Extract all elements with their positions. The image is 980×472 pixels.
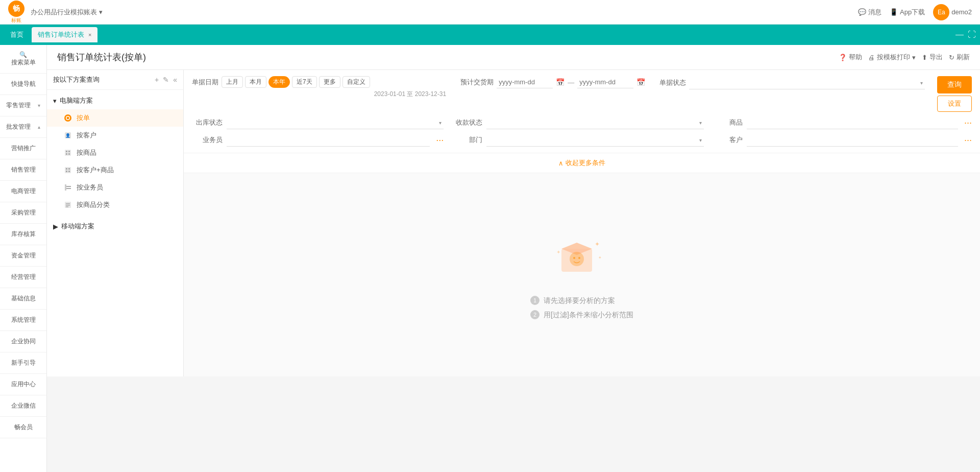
sidebar-item-wechat[interactable]: 企业微信 [0,395,46,417]
query-button[interactable]: 查询 [937,76,972,93]
svg-rect-8 [66,153,67,155]
empty-tip-1: 1 请先选择要分析的方案 [530,293,633,308]
expected-date-start[interactable] [497,76,553,88]
window-minimize-btn[interactable]: — [955,30,964,39]
print-dropdown-icon: ▾ [912,54,916,61]
svg-rect-19 [66,203,70,204]
scheme-group-mobile-header[interactable]: ▶ 移动端方案 [47,218,183,235]
message-btn[interactable]: 💬 消息 [858,8,881,17]
expected-date-end[interactable] [577,76,633,88]
expected-date-end-icon[interactable]: 📅 [636,78,645,86]
department-select[interactable] [486,133,703,147]
sidebar-item-marketing[interactable]: 营销推广 [0,138,46,159]
date-btn-this-month[interactable]: 本月 [245,76,266,88]
sidebar-item-purchase[interactable]: 采购管理 [0,202,46,224]
user-area[interactable]: Ea demo2 [933,4,972,20]
sidebar-item-ecommerce[interactable]: 电商管理 [0,181,46,202]
date-btn-custom[interactable]: 自定义 [342,76,370,88]
salesperson-group: 业务员 ··· [192,133,452,147]
department-label: 部门 [452,135,482,145]
sidebar-item-operation[interactable]: 经营管理 [0,267,46,288]
help-btn[interactable]: ❓ 帮助 [839,53,862,62]
goods-group: 商品 ··· [712,116,972,129]
payment-status-group: 收款状态 ▾ [452,116,712,129]
svg-text:✦: ✦ [598,255,602,260]
date-btn-more[interactable]: 更多 [319,76,340,88]
scheme-item-by-customer-goods[interactable]: 按客户+商品 [47,161,183,179]
sidebar-item-inventory[interactable]: 库存核算 [0,224,46,245]
empty-illustration: ✦ ✦ ✦ [551,228,612,281]
scheme-item-icon-order [63,113,72,123]
expected-date-start-icon[interactable]: 📅 [556,78,565,86]
svg-rect-13 [66,171,67,172]
scheme-collapse-btn[interactable]: « [173,76,177,84]
sidebar-item-cooperation[interactable]: 企业协同 [0,331,46,352]
scheme-add-btn[interactable]: + [155,76,159,84]
svg-point-24 [573,257,575,259]
salesperson-more-btn[interactable]: ··· [436,135,444,145]
scheme-item-by-customer[interactable]: 👤 按客户 [47,127,183,144]
app-title[interactable]: 办公用品行业模拟账表 ▾ [31,8,103,17]
collapse-bar[interactable]: ∧ 收起更多条件 [184,153,980,173]
date-btn-last-month[interactable]: 上月 [222,76,243,88]
department-select-wrap: ▾ [486,133,703,147]
sidebar-item-search[interactable]: 🔍 搜索菜单 [0,45,46,74]
scheme-header: 按以下方案查询 + ✎ « [47,70,183,90]
svg-point-25 [578,257,580,259]
tab-home[interactable]: 首页 [4,27,30,42]
date-label: 单据日期 [192,78,218,87]
date-btn-7days[interactable]: 近7天 [292,76,317,88]
svg-point-23 [570,252,584,266]
template-print-btn[interactable]: 🖨 按模板打印 ▾ [868,53,916,62]
scheme-item-by-order[interactable]: 按单 [47,109,183,127]
expected-date-group: 预计交货期 📅 — 📅 [460,76,645,88]
department-group: 部门 ▾ [452,133,712,147]
svg-rect-10 [65,167,71,173]
date-btn-this-year[interactable]: 本年 [268,76,290,88]
scheme-item-icon-salesperson [63,183,72,192]
sidebar-item-system[interactable]: 系统管理 [0,310,46,331]
sidebar-item-wholesale[interactable]: 批发管理 ▴ [0,116,46,138]
scheme-edit-btn[interactable]: ✎ [163,76,169,84]
tab-current[interactable]: 销售订单统计表 × [32,27,97,42]
sidebar-item-members[interactable]: 畅会员 [0,417,46,438]
tab-close-icon[interactable]: × [88,32,91,38]
app-download-btn[interactable]: 📱 App下载 [890,8,925,17]
svg-rect-9 [68,153,70,155]
sidebar-item-apps[interactable]: 应用中心 [0,374,46,395]
scheme-group-pc-header[interactable]: ▾ 电脑端方案 [47,92,183,109]
window-maximize-btn[interactable]: ⛶ [968,30,976,39]
layout: 🔍 搜索菜单 快捷导航 零售管理 ▾ 批发管理 ▴ 营销推广 销售管理 电商管理… [0,45,980,472]
payment-status-select[interactable] [486,116,703,129]
outbound-status-select[interactable] [227,116,444,129]
sidebar-item-basic-info[interactable]: 基础信息 [0,288,46,310]
title-dropdown-icon: ▾ [99,8,103,16]
svg-text:👤: 👤 [65,133,70,138]
export-btn[interactable]: ⬆ 导出 [922,53,943,62]
sidebar-item-guide[interactable]: 新手引导 [0,352,46,374]
empty-tips: 1 请先选择要分析的方案 2 用[过滤]条件来缩小分析范围 [530,293,633,322]
goods-input[interactable] [747,116,958,129]
top-bar-left: 畅 标账 办公用品行业模拟账表 ▾ [8,1,103,24]
svg-rect-5 [65,150,71,156]
salesperson-input[interactable] [227,133,430,147]
refresh-btn[interactable]: ↻ 刷新 [949,53,970,62]
sidebar-item-finance[interactable]: 资金管理 [0,245,46,267]
customer-input[interactable] [747,133,958,147]
wholesale-arrow-icon: ▴ [38,124,40,130]
doc-status-select[interactable] [689,76,925,89]
svg-rect-20 [66,205,70,206]
scheme-item-by-salesperson[interactable]: 按业务员 [47,179,183,196]
logo-subtext: 标账 [11,17,21,24]
sidebar-item-sales[interactable]: 销售管理 [0,159,46,181]
customer-more-btn[interactable]: ··· [964,135,972,145]
scheme-group-mobile-arrow-icon: ▶ [53,223,58,230]
scheme-item-by-goods[interactable]: 按商品 [47,144,183,161]
settings-button[interactable]: 设置 [937,96,972,112]
scheme-item-by-category[interactable]: 按商品分类 [47,196,183,214]
sidebar-item-retail[interactable]: 零售管理 ▾ [0,95,46,116]
sidebar-item-shortcuts[interactable]: 快捷导航 [0,74,46,95]
svg-point-2 [67,117,69,120]
main-content: 销售订单统计表(按单) ❓ 帮助 🖨 按模板打印 ▾ ⬆ 导出 ↻ 刷新 [47,45,980,472]
goods-more-btn[interactable]: ··· [964,118,972,127]
